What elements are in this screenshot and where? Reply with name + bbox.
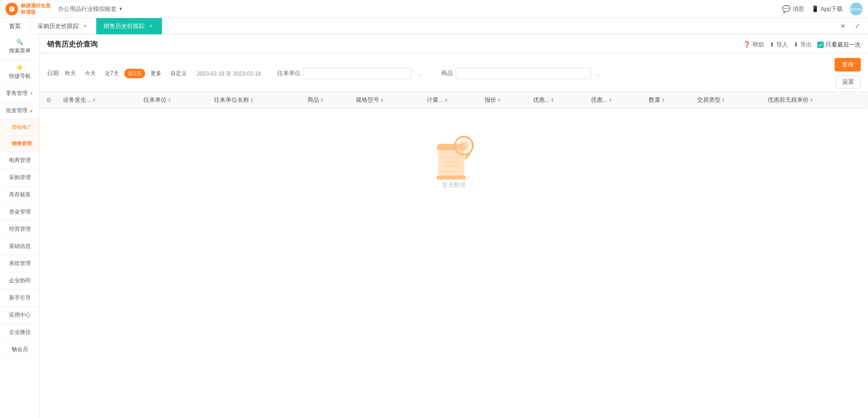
sidebar-item-retail[interactable]: 零售管理 ▼ [0, 85, 39, 102]
help-icon: ❓ [743, 41, 750, 48]
sidebar-item-shortcut[interactable]: ⭐ 快捷导航 [0, 60, 39, 85]
svg-point-9 [460, 142, 467, 149]
sort-icon-11[interactable] [722, 98, 725, 102]
tab-purchase-history[interactable]: 采购历史价跟踪 × [30, 18, 96, 34]
tab-close-sales[interactable]: × [147, 23, 155, 30]
tabbar: 首页 采购历史价跟踪 × 销售历史价跟踪 × ✕ ⤢ [0, 18, 868, 34]
sort-icon-10[interactable] [662, 98, 665, 102]
sidebar-item-app-center[interactable]: 应用中心 [0, 307, 39, 324]
table-col-gear: ⚙ [40, 92, 58, 109]
date-buttons: 昨天 今天 近7天 近1月 更多 自定义 [61, 69, 190, 78]
sort-icon-4[interactable] [321, 98, 323, 102]
import-icon: ⬆ [769, 41, 774, 48]
table-col-unit-code: 往来单位 [138, 92, 209, 109]
sidebar-item-operations[interactable]: 经营管理 [0, 221, 39, 238]
date-more[interactable]: 更多 [147, 69, 165, 78]
avatar[interactable]: demo2 [850, 3, 863, 15]
sort-icon-6[interactable] [445, 98, 448, 102]
export-button[interactable]: ⬇ 导出 [793, 41, 812, 49]
sidebar-item-guide[interactable]: 新手引导 [0, 290, 39, 307]
sidebar-item-ecommerce[interactable]: 电商管理 [0, 152, 39, 169]
sidebar-item-member[interactable]: 畅会员 [0, 341, 39, 358]
svg-rect-5 [442, 166, 460, 167]
maximize-button[interactable]: ⤢ [852, 21, 863, 32]
date-filter-group: 日期 昨天 今天 近7天 近1月 更多 自定义 2023-02-18 至 202… [47, 69, 261, 78]
message-action[interactable]: 💬 消息 [782, 5, 804, 13]
filter-bar: 日期 昨天 今天 近7天 近1月 更多 自定义 2023-02-18 至 202… [40, 53, 868, 92]
topbar: 畅捷通好生意 标准版 办公用品行业模拟账套 ▼ 💬 消息 📱 App下载 dem… [0, 0, 868, 18]
sort-icon-9[interactable] [609, 98, 612, 102]
sidebar-item-inventory[interactable]: 库存核算 [0, 186, 39, 204]
tabbar-right: ✕ ⤢ [837, 21, 868, 32]
svg-rect-4 [442, 161, 458, 163]
close-all-tabs-button[interactable]: ✕ [837, 21, 848, 32]
date-last1m[interactable]: 近1月 [124, 69, 146, 78]
sort-icon-8[interactable] [551, 98, 554, 102]
table-col-discount1: 优惠... [528, 92, 586, 109]
help-button[interactable]: ❓ 帮助 [743, 41, 764, 49]
logo-icon [5, 3, 18, 15]
sidebar-item-finance[interactable]: 资金管理 [0, 204, 39, 221]
sidebar-item-system[interactable]: 系统管理 [0, 255, 39, 272]
import-button[interactable]: ⬆ 导入 [769, 41, 788, 49]
svg-rect-2 [437, 176, 466, 180]
download-icon: 📱 [811, 5, 819, 12]
search-icon: 🔍 [16, 39, 23, 45]
tab-sales-history[interactable]: 销售历史价跟踪 × [96, 18, 162, 34]
message-icon: 💬 [782, 5, 791, 13]
sort-icon-5[interactable] [381, 98, 383, 102]
sidebar-item-wechat[interactable]: 企业微信 [0, 324, 39, 341]
sort-icon-12[interactable] [810, 98, 813, 102]
sort-icon-7[interactable] [498, 98, 500, 102]
chevron-up-icon: ▲ [29, 109, 33, 113]
chevron-down-icon: ▼ [118, 6, 123, 11]
tab-home[interactable]: 首页 [0, 18, 30, 34]
empty-state: 暂无数据 [40, 109, 868, 216]
product-input[interactable] [456, 68, 591, 79]
from-unit-dots: ... [415, 70, 425, 77]
svg-rect-6 [442, 170, 455, 172]
topbar-right: 💬 消息 📱 App下载 demo2 [782, 3, 863, 15]
sidebar-item-purchase[interactable]: 采购管理 [0, 169, 39, 186]
page-title: 销售历史价查询 [47, 40, 98, 49]
sidebar-item-search[interactable]: 🔍 搜索菜单 [0, 34, 39, 60]
filter-row: 日期 昨天 今天 近7天 近1月 更多 自定义 2023-02-18 至 202… [47, 58, 861, 89]
table-header: ⚙ 业务发生... [40, 92, 868, 109]
sort-icon[interactable] [93, 98, 95, 102]
sidebar-item-basic-info[interactable]: 基础信息 [0, 238, 39, 255]
gear-icon[interactable]: ⚙ [44, 95, 53, 104]
sidebar-item-wholesale[interactable]: 批发管理 ▲ [0, 102, 39, 119]
from-unit-input[interactable] [303, 68, 412, 79]
sort-icon-2[interactable] [168, 98, 171, 102]
tab-close-purchase[interactable]: × [81, 23, 89, 30]
export-icon: ⬇ [793, 41, 798, 48]
query-button[interactable]: 查询 [835, 58, 861, 71]
data-table: ⚙ 业务发生... [40, 92, 868, 109]
product-dots: ... [594, 70, 604, 77]
only-last-checkbox[interactable] [817, 42, 824, 48]
date-custom[interactable]: 自定义 [167, 69, 190, 78]
star-icon: ⭐ [16, 64, 23, 71]
from-unit-label: 往来单位 [277, 69, 301, 77]
date-last7[interactable]: 近7天 [101, 69, 123, 78]
date-yesterday[interactable]: 昨天 [61, 69, 80, 78]
settings-button[interactable]: 设置 [835, 75, 861, 89]
sort-icon-3[interactable] [250, 98, 253, 102]
date-today[interactable]: 今天 [81, 69, 99, 78]
sidebar-item-sales-mgmt[interactable]: 销售管理 [0, 136, 39, 152]
sidebar-item-marketing[interactable]: 营销推广 [0, 119, 39, 136]
logo-area: 畅捷通好生意 标准版 [5, 3, 51, 15]
date-range-text: 2023-02-18 至 2023-03-18 [197, 70, 260, 78]
chevron-down-icon: ▼ [29, 91, 33, 96]
table-col-qty: 数量 [644, 92, 692, 109]
page-actions: ❓ 帮助 ⬆ 导入 ⬇ 导出 只看最后一次 [743, 41, 861, 49]
app-selector[interactable]: 办公用品行业模拟账套 ▼ [54, 3, 127, 15]
product-label: 商品 [441, 69, 453, 77]
date-label: 日期 [47, 69, 59, 77]
only-last-checkbox-label[interactable]: 只看最后一次 [817, 41, 861, 49]
empty-illustration [431, 136, 476, 181]
sidebar-item-enterprise[interactable]: 企业协同 [0, 272, 39, 290]
sidebar: 🔍 搜索菜单 ⭐ 快捷导航 零售管理 ▼ 批发管理 ▲ 营销推广 销售管理 电商… [0, 34, 40, 418]
from-unit-filter-group: 往来单位 ... [277, 68, 425, 79]
app-download-action[interactable]: 📱 App下载 [811, 5, 843, 13]
